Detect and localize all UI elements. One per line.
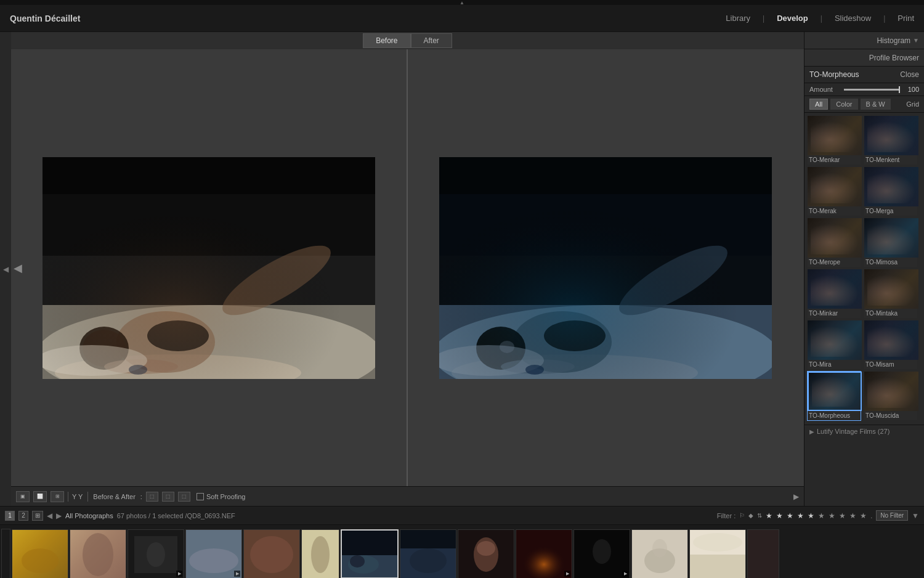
svg-point-41 <box>250 536 293 573</box>
all-photos-label[interactable]: All Photographs <box>65 512 113 519</box>
profile-content: TO-Morpheous Close Amount 100 All Color <box>804 67 924 506</box>
profile-item-menkent[interactable]: TO-Menkent <box>864 115 918 165</box>
profile-row-4: TO-Minkar TO-Mintaka <box>807 269 922 319</box>
star-9[interactable]: ★ <box>849 511 856 520</box>
lutify-section[interactable]: ▶ Lutify Vintage Films (27) <box>804 425 924 438</box>
filmstrip-num-2[interactable]: 2 <box>18 511 28 521</box>
view-single-btn[interactable]: ▣ <box>16 491 30 502</box>
filter-arrows[interactable]: ⇅ <box>757 512 762 519</box>
profile-name-misam: TO-Misam <box>864 360 917 369</box>
star-3[interactable]: ★ <box>787 511 793 520</box>
filmstrip-thumb-2[interactable] <box>70 529 126 578</box>
filter-flag-1[interactable]: ⚐ <box>739 512 745 519</box>
filmstrip-thumb-12[interactable] <box>631 529 688 578</box>
filter-tab-bw[interactable]: B & W <box>861 99 891 110</box>
filmstrip-thumb-10[interactable]: ▶ <box>516 529 572 578</box>
star-1[interactable]: ★ <box>766 511 772 520</box>
star-6[interactable]: ★ <box>818 511 825 520</box>
svg-point-39 <box>189 548 238 573</box>
profile-item-merak[interactable]: TO-Merak <box>807 166 861 216</box>
filmstrip-num-1[interactable]: 1 <box>5 511 15 521</box>
filmstrip-thumb-5[interactable] <box>243 529 300 578</box>
morpheous-title: TO-Morpheous <box>809 70 859 79</box>
profile-name-mimosa: TO-Mimosa <box>864 258 917 267</box>
profile-thumb-menkent <box>864 116 918 155</box>
amount-slider[interactable] <box>844 89 900 91</box>
filmstrip-thumb-13[interactable] <box>689 529 746 578</box>
profile-item-mimosa[interactable]: TO-Mimosa <box>864 218 918 267</box>
filter-flag-2[interactable]: ◆ <box>748 512 753 519</box>
profile-thumb-morpheous <box>808 372 862 411</box>
ba-btn-2[interactable]: ⬚ <box>162 492 174 502</box>
filter-tab-color[interactable]: Color <box>830 99 857 110</box>
profile-item-mira[interactable]: TO-Mira <box>807 320 861 370</box>
soft-proofing-checkbox[interactable] <box>197 493 204 500</box>
grid-button[interactable]: Grid <box>906 100 919 108</box>
soft-proofing-label: Soft Proofing <box>206 493 246 500</box>
nav-develop[interactable]: Develop <box>777 14 808 23</box>
filmstrip-thumb-11[interactable]: ▶ <box>573 529 630 578</box>
profile-name-merope: TO-Merope <box>808 258 861 267</box>
ba-btn-1[interactable]: ⬚ <box>146 492 158 502</box>
profile-item-misam[interactable]: TO-Misam <box>864 320 918 370</box>
profile-name-merga: TO-Merga <box>864 206 917 216</box>
filmstrip-thumb-6[interactable] <box>301 529 339 578</box>
filmstrip-thumb-4[interactable]: ▶ <box>185 529 242 578</box>
filmstrip-thumb-3[interactable]: ▶ <box>128 529 184 578</box>
nav-print[interactable]: Print <box>898 14 914 23</box>
filmstrip-thumb-8[interactable] <box>400 529 456 578</box>
histogram-label[interactable]: Histogram <box>877 36 910 45</box>
close-button[interactable]: Close <box>900 70 919 79</box>
filter-tab-all[interactable]: All <box>809 99 828 110</box>
after-tab[interactable]: After <box>411 33 452 48</box>
no-filter-badge[interactable]: No Filter <box>876 510 908 521</box>
profile-item-morpheous[interactable]: TO-Morpheous <box>807 371 861 421</box>
filter-controls: Filter : ⚐ ◆ ⇅ ★ ★ ★ ★ ★ ★ ★ ★ ★ ★ . No … <box>717 510 919 521</box>
profile-item-muscida[interactable]: TO-Muscida <box>864 371 918 421</box>
star-8[interactable]: ★ <box>839 511 846 520</box>
profile-item-mintaka[interactable]: TO-Mintaka <box>864 269 918 319</box>
svg-point-53 <box>477 541 495 556</box>
profile-row-5: TO-Mira TO-Misam <box>807 320 922 370</box>
right-collapse-btn[interactable]: ▶ <box>793 492 799 501</box>
filmstrip-next-arrow[interactable]: ▶ <box>56 511 62 520</box>
photos-count: 67 photos / 1 selected /QD8_0693.NEF <box>117 512 235 519</box>
filmstrip-thumb-selected[interactable] <box>341 529 399 578</box>
profile-name-menkar: TO-Menkar <box>808 155 861 165</box>
profile-item-menkar[interactable]: TO-Menkar <box>807 115 861 165</box>
profile-item-merga[interactable]: TO-Merga <box>864 166 918 216</box>
filmstrip-thumb-9[interactable] <box>458 529 514 578</box>
star-2[interactable]: ★ <box>776 511 783 520</box>
soft-proofing: Soft Proofing <box>197 493 246 500</box>
star-10[interactable]: ★ <box>860 511 867 520</box>
star-4[interactable]: ★ <box>797 511 804 520</box>
filmstrip-thumb-edge[interactable] <box>747 529 779 578</box>
svg-point-37 <box>147 542 165 567</box>
morpheous-header: TO-Morpheous Close <box>804 67 924 83</box>
filmstrip-prev-arrow[interactable]: ◀ <box>47 511 52 520</box>
left-strip[interactable]: ◀ <box>0 32 11 506</box>
filter-label: Filter : <box>717 512 736 519</box>
no-filter-arrow[interactable]: ▼ <box>912 511 919 520</box>
ba-btn-3[interactable]: ⬚ <box>178 492 190 502</box>
star-5[interactable]: ★ <box>808 511 814 520</box>
left-nav-arrow[interactable]: ◀ <box>11 259 25 277</box>
profile-thumb-merga <box>864 167 918 206</box>
view-grid-btn[interactable]: ⊞ <box>51 491 64 502</box>
nav-library[interactable]: Library <box>726 14 750 23</box>
app-title: Quentin Décaillet <box>10 14 80 23</box>
filmstrip-thumb-0[interactable] <box>1 529 10 578</box>
star-7[interactable]: ★ <box>829 511 835 520</box>
filmstrip-grid-btn[interactable]: ⊞ <box>32 511 43 521</box>
filmstrip-thumb-1[interactable] <box>12 529 68 578</box>
view-split-btn[interactable]: ⬜ <box>33 491 47 502</box>
profile-name-morpheous: TO-Morpheous <box>808 411 861 420</box>
before-tab[interactable]: Before <box>363 33 410 48</box>
top-chevron[interactable]: ▲ <box>0 0 924 5</box>
profile-item-minkar[interactable]: TO-Minkar <box>807 269 861 319</box>
profile-item-merope[interactable]: TO-Merope <box>807 218 861 267</box>
ba-label: Before & After <box>93 493 135 500</box>
nav-slideshow[interactable]: Slideshow <box>835 14 871 23</box>
before-after-bar: Before After <box>11 32 804 49</box>
profile-browser-label[interactable]: Profile Browser <box>869 54 919 62</box>
